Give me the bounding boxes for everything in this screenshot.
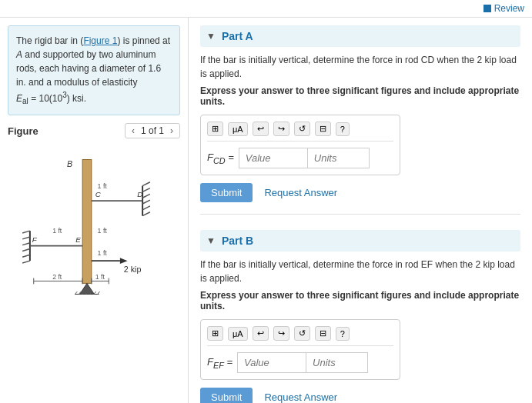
figure-section: Figure ‹ 1 of 1 ›	[8, 123, 180, 298]
review-link[interactable]: Review	[483, 3, 524, 14]
svg-line-27	[22, 255, 30, 258]
redo-icon: ↪	[278, 124, 285, 134]
part-b-submit-button[interactable]: Submit	[200, 388, 253, 403]
svg-line-28	[22, 261, 30, 264]
part-a-actions: Submit Request Answer	[200, 183, 520, 202]
part-b-toolbar: ⊞ μA ↩ ↪ ↺	[207, 326, 393, 346]
problem-text-content: The rigid bar in (Figure 1) is pinned at…	[16, 35, 170, 88]
part-b-header: ▼ Part B	[200, 230, 520, 251]
svg-text:F: F	[32, 235, 38, 244]
part-a-request-link[interactable]: Request Answer	[264, 187, 337, 198]
part-b-minus-icon: ⊟	[320, 328, 326, 338]
review-icon	[483, 5, 491, 12]
svg-line-23	[22, 231, 30, 234]
minus-icon: ⊟	[320, 124, 326, 134]
part-a-toolbar: ⊞ μA ↩ ↪ ↺	[207, 122, 393, 142]
svg-text:1 ft: 1 ft	[98, 182, 108, 190]
grid-icon: ⊞	[212, 124, 219, 134]
part-a-title: Part A	[222, 30, 253, 42]
part-b-toolbar-undo-btn[interactable]: ↩	[253, 326, 269, 341]
part-b-question: If the bar is initially vertical, determ…	[200, 258, 520, 285]
part-a-answer-box: ⊞ μA ↩ ↪ ↺	[200, 115, 400, 175]
part-b-title: Part B	[222, 235, 253, 247]
part-b-grid-icon: ⊞	[212, 328, 219, 338]
figure-title: Figure	[8, 125, 38, 137]
prev-figure-button[interactable]: ‹	[130, 125, 136, 136]
toolbar-grid-btn[interactable]: ⊞	[207, 122, 223, 136]
svg-line-14	[142, 188, 150, 192]
svg-text:1 ft: 1 ft	[98, 250, 108, 258]
part-a-question: If the bar is initially vertical, determ…	[200, 53, 520, 81]
figure-header: Figure ‹ 1 of 1 ›	[8, 123, 180, 138]
help-icon: ?	[340, 125, 345, 134]
problem-formula: Eal = 10(103) ksi.	[16, 93, 86, 104]
part-a-collapse[interactable]: ▼	[206, 31, 216, 42]
part-b-redo-icon: ↪	[278, 328, 285, 338]
part-b-refresh-icon: ↺	[299, 328, 306, 338]
part-b-express: Express your answer to three significant…	[200, 290, 520, 311]
review-label: Review	[494, 3, 524, 14]
part-b-undo-icon: ↩	[257, 328, 264, 338]
part-b-equation-label: FEF =	[207, 356, 233, 370]
svg-text:1 ft: 1 ft	[98, 227, 108, 235]
svg-text:D: D	[137, 191, 142, 199]
svg-line-18	[142, 212, 150, 216]
figure-nav: ‹ 1 of 1 ›	[125, 123, 180, 138]
part-a-header: ▼ Part A	[200, 25, 520, 47]
part-a-value-input[interactable]	[239, 148, 308, 168]
svg-text:C: C	[95, 191, 102, 199]
part-b-collapse[interactable]: ▼	[206, 235, 216, 246]
toolbar-help-btn[interactable]: ?	[336, 122, 350, 136]
part-b-toolbar-redo-btn[interactable]: ↪	[273, 326, 289, 341]
part-b-request-link[interactable]: Request Answer	[264, 391, 337, 403]
part-b-toolbar-mu-btn[interactable]: μA	[228, 327, 248, 341]
part-a-express: Express your answer to three significant…	[200, 85, 520, 107]
part-b-content: If the bar is initially vertical, determ…	[200, 258, 520, 403]
left-panel: The rigid bar in (Figure 1) is pinned at…	[0, 18, 189, 403]
mu-icon: μA	[233, 125, 243, 134]
figure-link[interactable]: Figure 1	[83, 35, 117, 46]
part-b-section: ▼ Part B If the bar is initially vertica…	[200, 230, 520, 403]
svg-line-17	[142, 206, 150, 210]
part-a-equation-label: FCD =	[207, 152, 234, 165]
svg-line-25	[22, 243, 30, 245]
part-b-answer-box: ⊞ μA ↩ ↪ ↺	[200, 319, 400, 380]
figure-nav-label: 1 of 1	[141, 125, 164, 136]
svg-line-26	[22, 249, 30, 251]
svg-text:B: B	[67, 160, 72, 169]
svg-rect-0	[82, 160, 92, 284]
part-a-submit-button[interactable]: Submit	[200, 183, 253, 202]
part-b-value-input[interactable]	[237, 352, 306, 373]
part-b-actions: Submit Request Answer	[200, 388, 520, 403]
svg-line-24	[22, 237, 30, 239]
svg-text:1 ft: 1 ft	[95, 273, 105, 281]
svg-text:E: E	[75, 235, 81, 244]
next-figure-button[interactable]: ›	[169, 125, 175, 136]
part-b-toolbar-grid-btn[interactable]: ⊞	[207, 326, 223, 341]
part-b-toolbar-minus-btn[interactable]: ⊟	[315, 326, 331, 341]
part-b-input-row: FEF =	[207, 352, 393, 373]
part-b-toolbar-help-btn[interactable]: ?	[336, 327, 350, 341]
svg-line-15	[142, 195, 150, 198]
part-b-help-icon: ?	[340, 329, 345, 338]
part-b-toolbar-refresh-btn[interactable]: ↺	[294, 326, 310, 341]
svg-line-13	[142, 182, 150, 186]
refresh-icon: ↺	[299, 124, 306, 134]
figure-diagram: A B C	[9, 145, 179, 298]
toolbar-minus-btn[interactable]: ⊟	[315, 122, 331, 136]
toolbar-undo-btn[interactable]: ↩	[253, 122, 269, 136]
svg-line-16	[142, 201, 150, 205]
part-a-content: If the bar is initially vertical, determ…	[200, 53, 520, 202]
toolbar-refresh-btn[interactable]: ↺	[294, 122, 310, 136]
part-a-section: ▼ Part A If the bar is initially vertica…	[200, 25, 520, 215]
diagram-svg: A B C	[9, 145, 163, 295]
toolbar-redo-btn[interactable]: ↪	[273, 122, 289, 136]
problem-statement: The rigid bar in (Figure 1) is pinned at…	[8, 25, 180, 115]
svg-text:2 kip: 2 kip	[124, 265, 142, 274]
part-a-units-input[interactable]	[308, 148, 370, 168]
part-b-units-input[interactable]	[306, 352, 368, 373]
svg-marker-33	[120, 258, 128, 265]
toolbar-mu-btn[interactable]: μA	[228, 122, 248, 136]
svg-text:2 ft: 2 ft	[52, 273, 62, 281]
part-a-input-row: FCD =	[207, 148, 393, 168]
